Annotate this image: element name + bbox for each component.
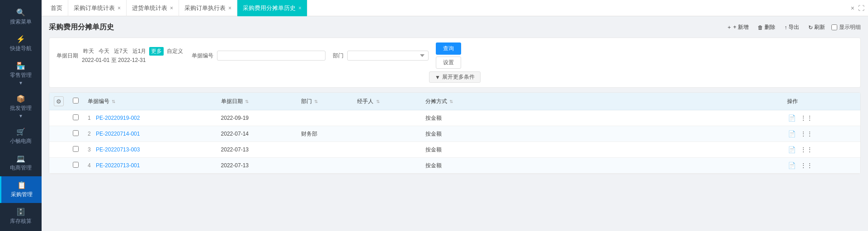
doc-no-input[interactable] <box>217 51 326 61</box>
row-more-icon[interactable]: ⋮⋮ <box>799 129 814 138</box>
col-actions: 操作 <box>783 93 860 110</box>
sidebar-item-label: 零售管理 <box>10 71 32 79</box>
export-button[interactable]: ↑ 导出 <box>782 22 802 33</box>
row-action-icons: 📄 ⋮⋮ <box>787 129 856 138</box>
row-actions-cell: 📄 ⋮⋮ <box>783 158 860 174</box>
date-link-1month[interactable]: 近1月 <box>131 47 148 56</box>
row-seq: 4 <box>88 162 91 169</box>
sidebar-item-quick-nav[interactable]: ⚡ 快捷导航 <box>0 30 42 57</box>
row-doc-date: 2022-07-13 <box>217 142 297 158</box>
sidebar-item-inventory[interactable]: 🗄️ 库存核算 <box>0 203 42 230</box>
main-area: 首页 采购订单统计表 × 进货单统计表 × 采购订单执行表 × 采购费用分摊单历… <box>42 0 868 231</box>
tab-maximize-icon[interactable]: ⛶ <box>858 5 864 12</box>
sidebar-item-mini-shop[interactable]: 🛒 小畅电商 <box>0 123 42 150</box>
select-all-checkbox[interactable] <box>73 98 79 104</box>
search-area: 单据日期 昨天 今天 近7天 近1月 更多 自定义 2022-01-01 至 2… <box>49 38 861 88</box>
row-edit-icon[interactable]: 📄 <box>787 113 797 123</box>
sidebar-item-label: 电商管理 <box>10 164 32 172</box>
row-handler <box>353 142 421 158</box>
date-field: 单据日期 昨天 今天 近7天 近1月 更多 自定义 2022-01-01 至 2… <box>57 47 184 64</box>
col-doc-date-sort-icon[interactable]: ⇅ <box>245 99 249 104</box>
row-doc-no-link[interactable]: PE-20220919-002 <box>96 115 140 121</box>
row-checkbox[interactable] <box>73 130 79 136</box>
show-cols-label: 显示明细 <box>839 24 861 31</box>
tab-home[interactable]: 首页 <box>45 0 68 16</box>
show-cols-checkbox-label[interactable]: 显示明细 <box>831 24 861 31</box>
tab-purchase-summary-label: 采购订单统计表 <box>74 4 115 12</box>
refresh-label: 刷新 <box>814 24 825 31</box>
row-doc-no-link[interactable]: PE-20220713-003 <box>96 146 140 153</box>
row-action-icons: 📄 ⋮⋮ <box>787 161 856 170</box>
sidebar-item-wholesale[interactable]: 📦 批发管理 ▼ <box>0 90 42 123</box>
page-header: 采购费用分摊单历史 ＋ + 新增 🗑 删除 ↑ 导出 ↻ 刷新 <box>49 22 861 33</box>
tab-purchase-inbound[interactable]: 进货单统计表 × <box>127 0 179 16</box>
row-doc-date: 2022-09-19 <box>217 110 297 126</box>
col-split-method-sort-icon[interactable]: ⇅ <box>449 99 453 104</box>
tab-purchase-exec[interactable]: 采购订单执行表 × <box>179 0 237 16</box>
col-doc-no: 单据编号 ⇅ <box>83 93 217 110</box>
row-more-icon[interactable]: ⋮⋮ <box>799 161 814 170</box>
tab-close-all-icon[interactable]: × <box>851 5 854 12</box>
date-shortcuts-group: 昨天 今天 近7天 近1月 更多 自定义 2022-01-01 至 2022-1… <box>82 47 184 64</box>
row-more-icon[interactable]: ⋮⋮ <box>799 113 814 123</box>
col-handler-label: 经手人 <box>357 98 373 104</box>
col-settings-gear-icon[interactable]: ⚙ <box>54 96 64 106</box>
search-settings-button[interactable]: 设置 <box>436 57 461 69</box>
col-split-method-label: 分摊方式 <box>425 98 447 104</box>
show-cols-checkbox[interactable] <box>831 24 837 30</box>
row-edit-icon[interactable]: 📄 <box>787 129 797 138</box>
table-row: 1 PE-20220919-002 2022-09-19 按金额 📄 ⋮⋮ <box>49 110 860 126</box>
row-checkbox[interactable] <box>73 146 79 152</box>
row-checkbox-cell <box>68 126 83 142</box>
col-handler-sort-icon[interactable]: ⇅ <box>376 99 380 104</box>
sidebar-item-retail[interactable]: 🏪 零售管理 ▼ <box>0 57 42 90</box>
date-link-yesterday[interactable]: 昨天 <box>82 47 95 56</box>
col-dept: 部门 ⇅ <box>297 93 353 110</box>
sidebar-item-search[interactable]: 🔍 搜索菜单 <box>0 4 42 30</box>
sidebar-item-ecommerce[interactable]: 💻 电商管理 <box>0 150 42 176</box>
row-edit-icon[interactable]: 📄 <box>787 161 797 170</box>
row-edit-icon[interactable]: 📄 <box>787 145 797 154</box>
expand-more-button[interactable]: ▼ 展开更多条件 <box>429 71 481 83</box>
tab-close-purchase-summary[interactable]: × <box>118 5 121 11</box>
tab-close-purchase-exec[interactable]: × <box>228 5 231 11</box>
row-dept <box>297 142 353 158</box>
retail-icon: 🏪 <box>16 61 25 70</box>
row-more-icon[interactable]: ⋮⋮ <box>799 145 814 154</box>
add-button[interactable]: ＋ + 新增 <box>724 22 751 33</box>
table-row: 3 PE-20220713-003 2022-07-13 按金额 📄 ⋮⋮ <box>49 142 860 158</box>
row-handler <box>353 158 421 174</box>
tab-close-purchase-inbound[interactable]: × <box>170 5 173 11</box>
doc-no-field: 单据编号 <box>192 51 326 61</box>
date-label: 单据日期 <box>57 52 78 60</box>
tab-purchase-summary[interactable]: 采购订单统计表 × <box>68 0 127 16</box>
expand-more-label: 展开更多条件 <box>442 73 475 81</box>
sidebar-item-purchase[interactable]: 📋 采购管理 <box>0 176 42 203</box>
tab-close-purchase-fee-history[interactable]: × <box>298 5 302 11</box>
date-link-7days[interactable]: 近7天 <box>113 47 129 56</box>
table-row: 4 PE-20220713-001 2022-07-13 按金额 📄 ⋮⋮ <box>49 158 860 174</box>
query-button[interactable]: 查询 <box>436 42 461 55</box>
sidebar-item-label: 搜索菜单 <box>10 18 32 26</box>
refresh-button[interactable]: ↻ 刷新 <box>806 22 828 33</box>
row-doc-date: 2022-07-14 <box>217 126 297 142</box>
row-action-icons: 📄 ⋮⋮ <box>787 113 856 123</box>
date-link-more[interactable]: 更多 <box>149 47 164 56</box>
quick-nav-icon: ⚡ <box>16 35 25 43</box>
dept-select[interactable] <box>347 51 429 61</box>
row-doc-no-link[interactable]: PE-20220714-001 <box>96 131 140 137</box>
col-doc-no-sort-icon[interactable]: ⇅ <box>112 99 115 104</box>
tab-purchase-fee-history[interactable]: 采购费用分摊单历史 × <box>237 0 307 16</box>
date-link-custom[interactable]: 自定义 <box>165 47 184 56</box>
delete-button[interactable]: 🗑 删除 <box>755 22 778 33</box>
row-checkbox[interactable] <box>73 114 79 120</box>
date-link-today[interactable]: 今天 <box>97 47 111 56</box>
col-dept-sort-icon[interactable]: ⇅ <box>314 99 318 104</box>
table-header-row: ⚙ 单据编号 ⇅ 单据日期 ⇅ <box>49 93 860 110</box>
row-doc-no-link[interactable]: PE-20220713-001 <box>96 162 140 169</box>
refresh-icon: ↻ <box>808 24 813 31</box>
row-settings-cell <box>49 158 68 174</box>
sidebar-item-label: 库存核算 <box>10 217 32 225</box>
dept-label: 部门 <box>333 52 344 60</box>
row-checkbox[interactable] <box>73 162 79 168</box>
